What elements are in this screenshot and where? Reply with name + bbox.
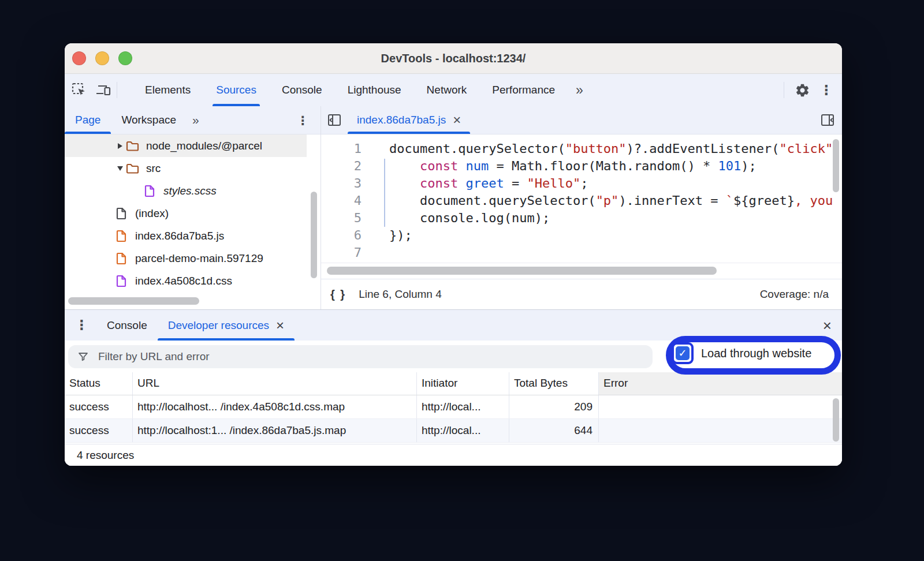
- sidebar-horizontal-scrollbar[interactable]: [68, 297, 199, 305]
- navigator-tabs: Page Workspace » ⋮: [65, 106, 321, 134]
- tab-workspace[interactable]: Workspace: [111, 106, 187, 134]
- inspect-element-icon[interactable]: [69, 80, 89, 100]
- customize-devtools-kebab-icon[interactable]: ⋮: [817, 80, 836, 100]
- device-toolbar-icon[interactable]: [94, 80, 113, 100]
- cell-status: success: [65, 419, 133, 442]
- cell-total-bytes: 644: [509, 419, 599, 442]
- table-vertical-scrollbar[interactable]: [833, 398, 839, 442]
- cell-url: http://localhost:1... /index.86da7ba5.js…: [133, 419, 417, 442]
- drawer-tab-bar: ⋮ Console Developer resources × ×: [65, 310, 842, 341]
- code-line: 7: [321, 244, 842, 261]
- filter-input[interactable]: [97, 350, 653, 364]
- editor-horizontal-scrollbar[interactable]: [327, 267, 717, 275]
- tree-item-styles-scss[interactable]: styles.scss: [65, 179, 307, 202]
- tree-item-node-modules[interactable]: node_modules/@parcel: [65, 134, 307, 157]
- drawer-tab-console[interactable]: Console: [96, 310, 158, 341]
- table-header: Status URL Initiator Total Bytes Error: [65, 372, 842, 395]
- table-row[interactable]: success http://localhost... /index.4a508…: [65, 395, 842, 419]
- editor-status-bar: { } Line 6, Column 4 Coverage: n/a: [321, 279, 842, 309]
- tab-performance[interactable]: Performance: [480, 74, 567, 106]
- tab-lighthouse[interactable]: Lighthouse: [336, 74, 413, 106]
- col-total-bytes[interactable]: Total Bytes: [509, 372, 599, 395]
- tree-item-index-css[interactable]: index.4a508c1d.css: [65, 270, 307, 292]
- line-number[interactable]: 1: [321, 140, 364, 158]
- close-drawer-icon[interactable]: ×: [823, 318, 832, 333]
- table-row[interactable]: success http://localhost:1... /index.86d…: [65, 419, 842, 443]
- window-title: DevTools - localhost:1234/: [65, 52, 842, 65]
- tree-item-index-js[interactable]: index.86da7ba5.js: [65, 225, 307, 247]
- hide-navigator-icon[interactable]: [325, 110, 344, 130]
- toolbar-divider-right: [784, 82, 784, 98]
- line-number[interactable]: 4: [321, 192, 364, 210]
- tree-item-index[interactable]: (index): [65, 202, 307, 225]
- close-tab-icon[interactable]: ×: [453, 113, 461, 127]
- filter-input-container: [68, 345, 653, 368]
- tab-page[interactable]: Page: [65, 106, 111, 134]
- line-number[interactable]: 2: [321, 158, 364, 175]
- load-through-website-checkbox[interactable]: ✓: [676, 346, 690, 360]
- tab-sources[interactable]: Sources: [204, 74, 268, 106]
- coverage-status: Coverage: n/a: [760, 288, 829, 301]
- tree-item-parcel-demo-main-js[interactable]: parcel-demo-main.597129: [65, 247, 307, 270]
- col-url[interactable]: URL: [133, 372, 417, 395]
- sidebar-vertical-scrollbar[interactable]: [311, 192, 317, 278]
- tab-console[interactable]: Console: [270, 74, 334, 106]
- code-editor[interactable]: 1document.querySelector("button")?.addEv…: [321, 134, 842, 263]
- code-text[interactable]: const greet = "Hello";: [364, 175, 588, 192]
- cell-error: [599, 395, 842, 418]
- cell-initiator: http://local...: [417, 395, 509, 418]
- navigator-kebab-icon[interactable]: ⋮: [293, 110, 312, 130]
- line-number[interactable]: 5: [321, 210, 364, 227]
- col-error[interactable]: Error: [599, 372, 842, 395]
- devtools-window: DevTools - localhost:1234/ Elements Sour…: [65, 43, 842, 466]
- line-number[interactable]: 6: [321, 227, 364, 244]
- code-text[interactable]: });: [364, 227, 412, 244]
- load-through-website-control: ✓ Load through website: [672, 342, 811, 364]
- code-text[interactable]: const num = Math.floor(Math.random() * 1…: [364, 158, 757, 175]
- pretty-print-braces-icon[interactable]: { }: [330, 288, 346, 301]
- document-file-icon: [114, 207, 128, 220]
- code-text[interactable]: console.log(num);: [364, 210, 550, 227]
- file-tree: node_modules/@parcel src: [65, 134, 321, 309]
- close-drawer-tab-icon[interactable]: ×: [276, 319, 284, 332]
- check-icon: ✓: [678, 347, 687, 360]
- col-status[interactable]: Status: [65, 372, 133, 395]
- disclosure-expanded-icon[interactable]: [114, 166, 125, 171]
- line-number[interactable]: 3: [321, 175, 364, 192]
- folder-icon: [125, 139, 139, 153]
- code-text[interactable]: document.querySelector("p").innerText = …: [364, 192, 833, 210]
- more-panels-icon[interactable]: »: [569, 83, 589, 98]
- code-line: 6});: [321, 227, 842, 244]
- code-line: 3 const greet = "Hello";: [321, 175, 842, 192]
- editor-tab-index-js[interactable]: index.86da7ba5.js ×: [348, 106, 470, 134]
- code-line: 4 document.querySelector("p").innerText …: [321, 192, 842, 210]
- cell-status: success: [65, 395, 133, 418]
- editor-vertical-scrollbar[interactable]: [833, 139, 839, 192]
- tab-network[interactable]: Network: [415, 74, 479, 106]
- col-initiator[interactable]: Initiator: [417, 372, 509, 395]
- drawer: ⋮ Console Developer resources × × ✓ Load…: [65, 309, 842, 466]
- code-text[interactable]: document.querySelector("button")?.addEve…: [364, 140, 840, 158]
- toggle-right-sidebar-icon[interactable]: [818, 110, 837, 130]
- indent-guide: [384, 159, 385, 227]
- tree-item-src[interactable]: src: [65, 157, 307, 179]
- code-text[interactable]: [364, 244, 389, 261]
- editor-hscroll-track: [321, 263, 842, 279]
- cell-error: [599, 419, 842, 442]
- titlebar: DevTools - localhost:1234/: [65, 43, 842, 74]
- more-navigator-tabs-icon[interactable]: »: [187, 113, 204, 127]
- settings-gear-icon[interactable]: [792, 80, 812, 100]
- code-line: 5 console.log(num);: [321, 210, 842, 227]
- checkbox-focus-ring: ✓: [672, 342, 694, 364]
- cell-initiator: http://local...: [417, 419, 509, 442]
- panel-tabs: Elements Sources Console Lighthouse Netw…: [133, 74, 589, 106]
- toolbar-divider: [117, 82, 117, 98]
- resources-summary: 4 resources: [65, 444, 842, 466]
- line-number[interactable]: 7: [321, 244, 364, 261]
- drawer-kebab-icon[interactable]: ⋮: [75, 319, 88, 332]
- tab-elements[interactable]: Elements: [133, 74, 202, 106]
- disclosure-collapsed-icon[interactable]: [114, 143, 125, 149]
- drawer-tab-developer-resources[interactable]: Developer resources ×: [158, 310, 295, 341]
- cell-url: http://localhost... /index.4a508c1d.css.…: [133, 395, 417, 418]
- code-lines: 1document.querySelector("button")?.addEv…: [321, 134, 842, 261]
